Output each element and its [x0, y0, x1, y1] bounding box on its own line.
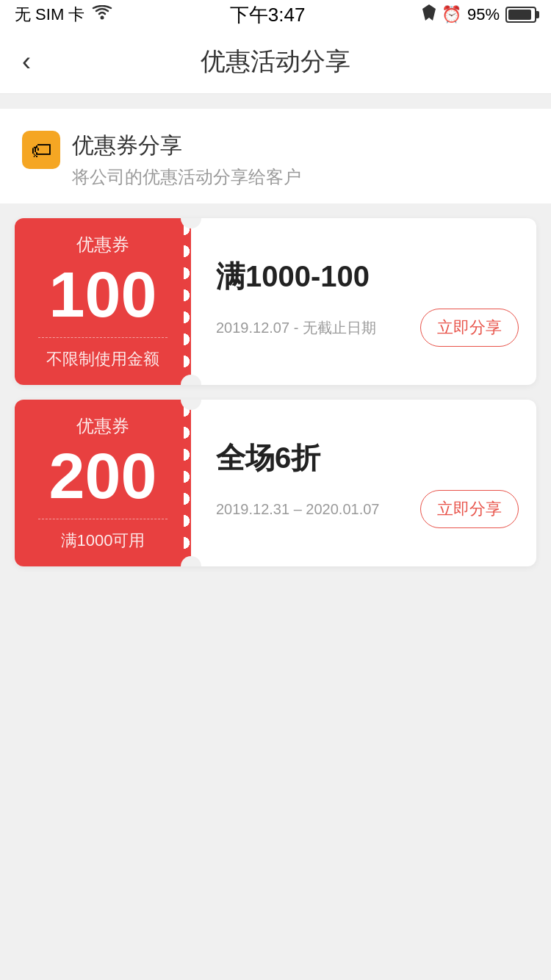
coupon-list: 优惠券 100 不限制使用金额 满1000-100 2019.12.07 - 无…: [0, 218, 551, 566]
alarm-icon: ⏰: [442, 5, 461, 24]
coupon-notch-bottom-2: [181, 556, 201, 566]
battery-icon: [505, 7, 536, 23]
location-icon: [422, 4, 436, 25]
coupon-notch-bottom-1: [181, 375, 201, 385]
section-text: 优惠券分享 将公司的优惠活动分享给客户: [72, 131, 301, 189]
section-desc: 将公司的优惠活动分享给客户: [72, 165, 301, 189]
back-button[interactable]: ‹: [22, 46, 31, 77]
coupon-meta-1: 2019.12.07 - 无截止日期 立即分享: [216, 309, 519, 347]
coupon-left-1: 优惠券 100 不限制使用金额: [15, 218, 191, 385]
bottom-area: [0, 566, 551, 980]
carrier-label: 无 SIM 卡: [15, 4, 84, 26]
coupon-notch-top-2: [181, 400, 201, 410]
battery-percent: 95%: [467, 5, 500, 24]
coupon-left-2: 优惠券 200 满1000可用: [15, 400, 191, 566]
wifi-icon: [92, 5, 112, 24]
battery-fill: [508, 10, 531, 20]
status-left: 无 SIM 卡: [15, 4, 112, 26]
status-time: 下午3:47: [230, 2, 306, 28]
coupon-divider-2: [38, 519, 168, 519]
coupon-card-1: 优惠券 100 不限制使用金额 满1000-100 2019.12.07 - 无…: [15, 218, 536, 385]
coupon-type-2: 优惠券: [76, 414, 129, 438]
coupon-right-1: 满1000-100 2019.12.07 - 无截止日期 立即分享: [191, 218, 536, 385]
coupon-condition-1: 不限制使用金额: [46, 348, 159, 370]
section-title: 优惠券分享: [72, 131, 301, 161]
status-bar: 无 SIM 卡 下午3:47 ⏰ 95%: [0, 0, 551, 29]
svg-point-0: [101, 16, 104, 20]
coupon-amount-1: 100: [49, 262, 157, 327]
page-title: 优惠活动分享: [201, 45, 350, 79]
coupon-notch-top-1: [181, 218, 201, 228]
coupon-name-1: 满1000-100: [216, 256, 519, 297]
coupon-amount-2: 200: [49, 444, 157, 508]
coupon-divider-1: [38, 337, 168, 338]
section-icon: 🏷: [22, 131, 60, 169]
coupon-name-2: 全场6折: [216, 438, 519, 478]
coupon-card-2: 优惠券 200 满1000可用 全场6折 2019.12.31 – 2020.0…: [15, 400, 536, 566]
coupon-date-2: 2019.12.31 – 2020.01.07: [216, 501, 379, 518]
coupon-meta-2: 2019.12.31 – 2020.01.07 立即分享: [216, 490, 519, 528]
coupon-right-2: 全场6折 2019.12.31 – 2020.01.07 立即分享: [191, 400, 536, 566]
coupon-type-1: 优惠券: [76, 233, 129, 256]
status-right: ⏰ 95%: [422, 4, 536, 25]
share-button-2[interactable]: 立即分享: [420, 490, 519, 528]
share-button-1[interactable]: 立即分享: [420, 309, 519, 347]
nav-bar: ‹ 优惠活动分享: [0, 29, 551, 94]
section-header: 🏷 优惠券分享 将公司的优惠活动分享给客户: [0, 109, 551, 203]
coupon-condition-2: 满1000可用: [61, 530, 145, 552]
coupon-date-1: 2019.12.07 - 无截止日期: [216, 318, 376, 338]
